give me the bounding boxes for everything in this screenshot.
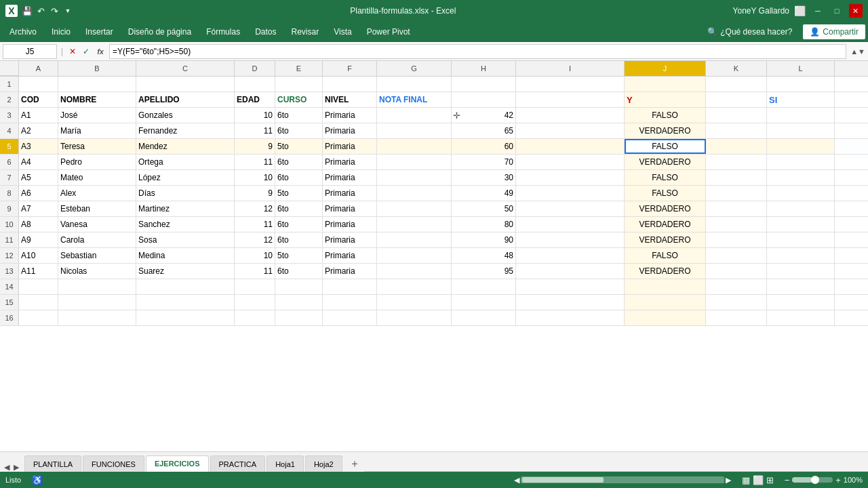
cell-d1[interactable] <box>235 77 275 92</box>
cell-c13[interactable]: Suarez <box>136 264 235 279</box>
sheet-tab-hoja2[interactable]: Hoja2 <box>305 455 342 472</box>
cell-b16[interactable] <box>58 310 136 325</box>
cell-i3[interactable] <box>516 108 625 123</box>
cell-k2[interactable] <box>706 92 767 107</box>
save-icon[interactable]: 💾 <box>22 5 33 16</box>
cell-f14[interactable] <box>323 279 377 294</box>
cell-b6[interactable]: Pedro <box>58 155 136 169</box>
cell-a11[interactable]: A9 <box>19 232 58 247</box>
cell-i16[interactable] <box>516 310 625 325</box>
insert-function-button[interactable]: fx <box>94 47 106 56</box>
cell-l8[interactable] <box>767 186 835 201</box>
cell-l13[interactable] <box>767 264 835 279</box>
menu-datos[interactable]: Datos <box>248 24 283 39</box>
cell-b3[interactable]: José <box>58 108 136 123</box>
cell-i13[interactable] <box>516 264 625 279</box>
cell-b15[interactable] <box>58 295 136 310</box>
menu-diseno[interactable]: Diseño de página <box>121 24 198 39</box>
cell-a8[interactable]: A6 <box>19 186 58 201</box>
share-button[interactable]: 👤 Compartir <box>803 24 865 39</box>
confirm-formula-button[interactable]: ✓ <box>81 46 92 57</box>
cell-j16[interactable] <box>625 310 706 325</box>
cell-b7[interactable]: Mateo <box>58 170 136 185</box>
cell-j8[interactable]: FALSO <box>625 186 706 201</box>
sheet-tab-ejercicios[interactable]: EJERCICIOS <box>146 455 209 472</box>
cell-f4[interactable]: Primaria <box>323 123 377 138</box>
cell-k1[interactable] <box>706 77 767 92</box>
cell-i6[interactable] <box>516 155 625 169</box>
cell-h7[interactable]: 30 <box>452 170 516 185</box>
cell-a12[interactable]: A10 <box>19 248 58 263</box>
cell-b1[interactable] <box>58 77 136 92</box>
cell-j4[interactable]: VERDADERO <box>625 123 706 138</box>
cancel-formula-button[interactable]: ✕ <box>67 46 78 57</box>
row-header-3[interactable]: 3 <box>0 108 19 123</box>
cell-a9[interactable]: A7 <box>19 201 58 216</box>
cell-i5[interactable] <box>516 139 625 154</box>
cell-k16[interactable] <box>706 310 767 325</box>
cell-a6[interactable]: A4 <box>19 155 58 169</box>
cell-g6[interactable] <box>377 155 452 169</box>
row-header-1[interactable]: 1 <box>0 77 19 92</box>
cell-e14[interactable] <box>275 279 323 294</box>
normal-view-button[interactable]: ▦ <box>742 475 750 485</box>
minimize-button[interactable]: ─ <box>811 4 825 18</box>
page-break-button[interactable]: ⊞ <box>766 475 774 485</box>
row-header-14[interactable]: 14 <box>0 279 19 294</box>
cell-h10[interactable]: 80 <box>452 217 516 232</box>
cell-f5[interactable]: Primaria <box>323 139 377 154</box>
add-sheet-button[interactable]: ＋ <box>347 455 363 472</box>
cell-f9[interactable]: Primaria <box>323 201 377 216</box>
cell-d12[interactable]: 10 <box>235 248 275 263</box>
cell-a10[interactable]: A8 <box>19 217 58 232</box>
cell-e15[interactable] <box>275 295 323 310</box>
cell-j1[interactable] <box>625 77 706 92</box>
cell-g11[interactable] <box>377 232 452 247</box>
cell-e6[interactable]: 6to <box>275 155 323 169</box>
cell-e5[interactable]: 5to <box>275 139 323 154</box>
zoom-in-button[interactable]: + <box>835 475 841 485</box>
cell-e4[interactable]: 6to <box>275 123 323 138</box>
menu-formulas[interactable]: Fórmulas <box>199 24 247 39</box>
cell-j14[interactable] <box>625 279 706 294</box>
col-header-c[interactable]: C <box>136 61 235 76</box>
cell-e13[interactable]: 6to <box>275 264 323 279</box>
cell-j2[interactable]: Y <box>625 92 706 107</box>
cell-h8[interactable]: 49 <box>452 186 516 201</box>
cell-k7[interactable] <box>706 170 767 185</box>
cell-j7[interactable]: FALSO <box>625 170 706 185</box>
cell-g15[interactable] <box>377 295 452 310</box>
cell-j15[interactable] <box>625 295 706 310</box>
cell-h4[interactable]: 65 <box>452 123 516 138</box>
cell-l2[interactable]: SI <box>767 92 835 107</box>
cell-c3[interactable]: Gonzales <box>136 108 235 123</box>
cell-j12[interactable]: FALSO <box>625 248 706 263</box>
cell-b4[interactable]: María <box>58 123 136 138</box>
cell-i15[interactable] <box>516 295 625 310</box>
cell-d14[interactable] <box>235 279 275 294</box>
cell-k5[interactable] <box>706 139 767 154</box>
cell-e7[interactable]: 6to <box>275 170 323 185</box>
accessibility-icon[interactable]: ♿ <box>32 475 43 485</box>
cell-b5[interactable]: Teresa <box>58 139 136 154</box>
cell-g4[interactable] <box>377 123 452 138</box>
cell-k14[interactable] <box>706 279 767 294</box>
cell-g13[interactable] <box>377 264 452 279</box>
cell-g12[interactable] <box>377 248 452 263</box>
sheet-tab-hoja1[interactable]: Hoja1 <box>267 455 304 472</box>
redo-icon[interactable]: ↷ <box>49 5 60 16</box>
sheet-tab-plantilla[interactable]: PLANTILLA <box>24 455 81 472</box>
cell-g1[interactable] <box>377 77 452 92</box>
cell-g10[interactable] <box>377 217 452 232</box>
cell-l7[interactable] <box>767 170 835 185</box>
cell-j10[interactable]: VERDADERO <box>625 217 706 232</box>
cell-i1[interactable] <box>516 77 625 92</box>
col-header-i[interactable]: I <box>516 61 625 76</box>
cell-g3[interactable] <box>377 108 452 123</box>
row-header-13[interactable]: 13 <box>0 264 19 279</box>
cell-h12[interactable]: 48 <box>452 248 516 263</box>
cell-a3[interactable]: A1 <box>19 108 58 123</box>
maximize-button[interactable]: □ <box>830 4 844 18</box>
cell-l1[interactable] <box>767 77 835 92</box>
cell-d7[interactable]: 10 <box>235 170 275 185</box>
